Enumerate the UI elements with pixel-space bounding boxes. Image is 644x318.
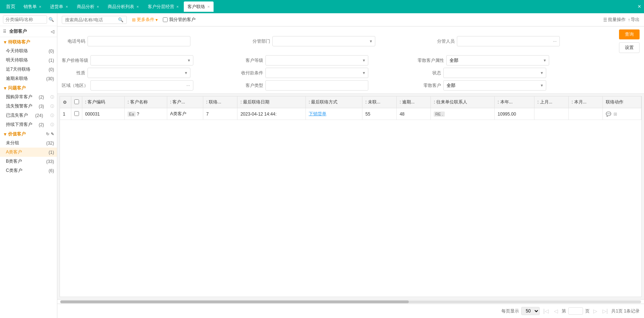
edit-icon[interactable]: ✎ bbox=[51, 132, 54, 137]
retail-attr-select[interactable]: 全部 ▾ bbox=[446, 55, 549, 66]
col-name[interactable]: : 客户名称 bbox=[125, 96, 167, 108]
last-page-btn[interactable]: ▷| bbox=[601, 307, 609, 315]
content-area: 🔍 ⊞ 更多条件 ▾ 我分管的客户 ☰ 批量操作 ↑ 导出 bbox=[57, 13, 644, 318]
cell-not-contact: 55 bbox=[362, 108, 397, 120]
next-page-btn[interactable]: ▷ bbox=[592, 307, 599, 315]
sidebar-item-b-class[interactable]: B类客户 (33) bbox=[0, 157, 57, 166]
col-this-month[interactable]: : 本月... bbox=[569, 96, 603, 108]
sidebar-item-churn-warn[interactable]: 流失预警客户 (3) ⓘ bbox=[0, 102, 57, 111]
nav-tab-analysis-list[interactable]: 商品分析列表 × bbox=[104, 1, 142, 12]
qr-icon[interactable]: ⊞ bbox=[613, 112, 617, 117]
filter-search-icon[interactable]: 🔍 bbox=[118, 17, 124, 22]
sidebar-collapse-icon[interactable]: ◁ bbox=[51, 29, 54, 34]
col-this-year[interactable]: : 本年... bbox=[494, 96, 534, 108]
refresh-icon[interactable]: ↻ bbox=[46, 132, 49, 137]
first-page-btn[interactable]: |◁ bbox=[542, 307, 550, 315]
batch-op-btn[interactable]: ☰ 批量操作 bbox=[603, 17, 626, 23]
sidebar-group-pending[interactable]: ▼ 待联络客户 bbox=[0, 37, 57, 46]
person-label: 分管人员 bbox=[431, 38, 457, 45]
col-last-month[interactable]: : 上月... bbox=[534, 96, 568, 108]
sidebar-search-input[interactable] bbox=[3, 15, 47, 24]
custlevel-select[interactable]: ▾ bbox=[265, 55, 368, 66]
nature-select[interactable]: ▾ bbox=[87, 68, 190, 78]
filter-row-3: 性质 ▾ 收付款条件 ▾ 状态 bbox=[62, 68, 640, 78]
chat-icon[interactable]: 💬 bbox=[606, 112, 611, 117]
sidebar-group-problem[interactable]: ▼ 问题客户 bbox=[0, 83, 57, 92]
col-code[interactable]: : 客户编码 bbox=[82, 96, 125, 108]
scrollbar-thumb[interactable] bbox=[60, 300, 409, 303]
settings-icon[interactable]: ⚙ bbox=[63, 100, 67, 105]
per-page-select[interactable]: 50 100 200 bbox=[521, 307, 540, 315]
close-tab-analysis[interactable]: × bbox=[97, 4, 99, 9]
col-select-all[interactable] bbox=[71, 96, 82, 108]
col-last-date[interactable]: : 最后联络日期 bbox=[237, 96, 306, 108]
col-last-method[interactable]: : 最后联络方式 bbox=[305, 96, 362, 108]
nav-tab-purchase[interactable]: 进货单 × bbox=[46, 1, 71, 12]
nav-home[interactable]: 首页 bbox=[3, 3, 18, 10]
filter-col-phone: 电话号码 bbox=[62, 36, 244, 46]
sidebar-item-tomorrow[interactable]: 明天待联络 (1) bbox=[0, 56, 57, 65]
sidebar: 🔍 ⠿ 全部客户 ◁ ▼ 待联络客户 今天待联络 (0) 明天待联络 (1) 近… bbox=[0, 13, 57, 318]
export-btn[interactable]: ↑ 导出 bbox=[628, 17, 640, 23]
close-tab-customer-tier[interactable]: × bbox=[176, 4, 179, 9]
phone-input[interactable] bbox=[87, 36, 190, 46]
table-row: 1 000031 Ea ? A类客户 7 2023-04-12 14:44: bbox=[60, 108, 641, 120]
more-conditions-btn[interactable]: ⊞ 更多条件 ▾ bbox=[130, 15, 160, 24]
sidebar-item-c-class[interactable]: C类客户 (6) bbox=[0, 166, 57, 175]
sidebar-search-area: 🔍 bbox=[0, 13, 57, 26]
custtype-input[interactable] bbox=[265, 80, 368, 91]
sidebar-item-declining[interactable]: 持续下滑客户 (2) ⓘ bbox=[0, 120, 57, 129]
my-customers-check[interactable] bbox=[163, 17, 168, 22]
prev-page-btn[interactable]: ◁ bbox=[552, 307, 559, 315]
nav-tab-customer-tier[interactable]: 客户分层经营 × bbox=[144, 1, 182, 12]
query-btn[interactable]: 查询 bbox=[619, 29, 640, 39]
sidebar-item-a-class[interactable]: A类客户 (1) bbox=[0, 148, 57, 157]
nav-tab-sales[interactable]: 销售单 × bbox=[20, 1, 45, 12]
info-icon-churned: ⓘ bbox=[50, 113, 54, 118]
payment-select[interactable]: ▾ bbox=[265, 68, 368, 78]
cell-checkbox[interactable] bbox=[71, 108, 82, 120]
sidebar-item-overdue[interactable]: 逾期未联络 (30) bbox=[0, 74, 57, 83]
settings-btn[interactable]: 设置 bbox=[619, 42, 640, 53]
retail-select[interactable]: 全部 ▾ bbox=[443, 80, 546, 91]
filter-col-status: 状态 ▾ bbox=[418, 68, 593, 78]
close-tab-sales[interactable]: × bbox=[39, 4, 41, 9]
filter-col-payment: 收付款条件 ▾ bbox=[240, 68, 415, 78]
sidebar-group-value[interactable]: ▼ 价值客户 ↻ ✎ bbox=[0, 129, 57, 138]
payment-label: 收付款条件 bbox=[240, 70, 265, 76]
person-select[interactable]: ··· bbox=[457, 36, 560, 46]
row-checkbox[interactable] bbox=[74, 111, 79, 116]
cell-last-method[interactable]: 下销货单 bbox=[305, 108, 362, 120]
horizontal-scrollbar[interactable] bbox=[57, 299, 644, 304]
my-customers-checkbox[interactable]: 我分管的客户 bbox=[163, 17, 196, 23]
sidebar-search-icon[interactable]: 🔍 bbox=[49, 17, 54, 22]
pagination: 每页显示 50 100 200 |◁ ◁ 第 1 页 ▷ ▷| 共1页 1条记录 bbox=[57, 304, 644, 318]
sidebar-item-today[interactable]: 今天待联络 (0) bbox=[0, 46, 57, 56]
close-tab-purchase[interactable]: × bbox=[65, 4, 68, 9]
pricelevel-select[interactable]: ▾ bbox=[90, 55, 193, 66]
filter-actions: ☰ 批量操作 ↑ 导出 bbox=[603, 17, 640, 23]
page-num-input[interactable]: 1 bbox=[568, 307, 583, 315]
close-tab-customer-contact[interactable]: × bbox=[207, 4, 210, 9]
sidebar-item-churned[interactable]: 已流失客户 (24) ⓘ bbox=[0, 111, 57, 120]
col-settings[interactable]: ⚙ bbox=[60, 96, 71, 108]
col-type[interactable]: : 客户... bbox=[167, 96, 203, 108]
select-all-checkbox[interactable] bbox=[74, 99, 79, 104]
dept-select[interactable]: ▾ bbox=[272, 36, 375, 46]
col-contact-num[interactable]: : 联络... bbox=[203, 96, 237, 108]
close-tab-analysis-list[interactable]: × bbox=[136, 4, 139, 9]
sidebar-item-hoard[interactable]: 囤购异常客户 (2) ⓘ bbox=[0, 92, 57, 102]
region-label: 区域（地区） bbox=[62, 82, 90, 89]
col-unit-contact[interactable]: : 往来单位联系人 bbox=[431, 96, 495, 108]
sidebar-item-ungroup[interactable]: 未分组 (32) bbox=[0, 138, 57, 148]
status-select[interactable]: ▾ bbox=[443, 68, 546, 78]
region-select[interactable]: ··· bbox=[90, 80, 193, 91]
nav-tab-analysis[interactable]: 商品分析 × bbox=[73, 1, 103, 12]
close-all-tabs[interactable]: × bbox=[638, 3, 641, 10]
nav-tab-customer-contact[interactable]: 客户联络 × bbox=[184, 1, 213, 12]
col-overdue[interactable]: : 逾期... bbox=[397, 96, 431, 108]
col-not-contact[interactable]: : 未联... bbox=[362, 96, 397, 108]
scrollbar-track bbox=[60, 300, 641, 303]
sidebar-item-7days[interactable]: 近7天待联络 (0) bbox=[0, 65, 57, 74]
filter-search-input[interactable] bbox=[65, 17, 117, 22]
